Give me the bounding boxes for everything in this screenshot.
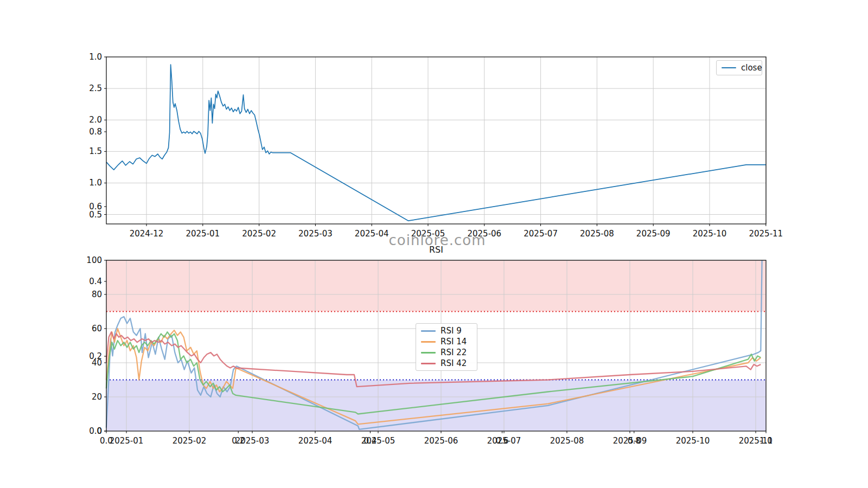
fraction-x-label: 1.0: [760, 436, 773, 446]
fraction-y-label: 0.2: [89, 351, 102, 361]
fraction-x-label: 0.4: [363, 436, 376, 446]
rsi-y-tick-label: 80: [92, 290, 102, 299]
price-x-tick-label: 2025-04: [355, 229, 389, 239]
rsi-y-tick-label: 60: [92, 324, 102, 333]
price-x-tick-label: 2025-10: [693, 229, 727, 239]
fraction-x-label: 0.0: [100, 436, 113, 446]
price-x-tick-label: 2025-02: [242, 229, 276, 239]
fraction-y-label: 0.4: [89, 277, 102, 286]
rsi-x-tick-label: 2025-04: [298, 436, 333, 446]
rsi-x-tick-label: 2025-08: [550, 436, 584, 446]
fraction-x-label: 0.6: [496, 436, 509, 446]
fraction-y-label: 0.6: [89, 202, 102, 211]
fraction-y-label: 0.0: [89, 426, 102, 436]
rsi42-line: [106, 332, 761, 387]
rsi-y-tick-label: 20: [92, 392, 102, 402]
fraction-x-label: 0.8: [628, 436, 641, 446]
price-x-tick-label: 2025-07: [524, 229, 558, 239]
price-x-tick-label: 2024-12: [130, 229, 164, 239]
close-line: [106, 65, 766, 221]
price-x-tick-label: 2025-11: [749, 229, 783, 239]
rsi-x-tick-label: 2025-06: [424, 436, 458, 446]
price-axes-frame: [106, 57, 766, 224]
price-x-tick-label: 2025-03: [298, 229, 333, 239]
fraction-y-label: 0.8: [89, 127, 102, 137]
fraction-y-label: 1.0: [89, 52, 102, 62]
rsi-x-tick-label: 2025-10: [676, 436, 710, 446]
rsi-x-tick-label: 2025-01: [110, 436, 144, 446]
price-x-tick-label: 2025-09: [636, 229, 671, 239]
price-y-tick-label: 1.5: [89, 146, 102, 156]
rsi-y-tick-label: 100: [86, 255, 102, 265]
rsi-x-tick-label: 2025-02: [173, 436, 207, 446]
price-x-tick-label: 2025-01: [186, 229, 220, 239]
price-x-tick-label: 2025-06: [467, 229, 501, 239]
chart-canvas: 2024-122025-012025-022025-032025-042025-…: [0, 0, 868, 488]
price-x-tick-label: 2025-08: [580, 229, 614, 239]
figure: 2024-122025-012025-022025-032025-042025-…: [0, 0, 868, 488]
price-y-tick-label: 1.0: [89, 178, 102, 188]
price-y-tick-label: 2.0: [89, 115, 102, 125]
fraction-x-label: 0.2: [232, 436, 245, 446]
overbought-band: [106, 260, 766, 312]
price-x-tick-label: 2025-05: [411, 229, 445, 239]
price-y-tick-label: 2.5: [89, 84, 102, 93]
